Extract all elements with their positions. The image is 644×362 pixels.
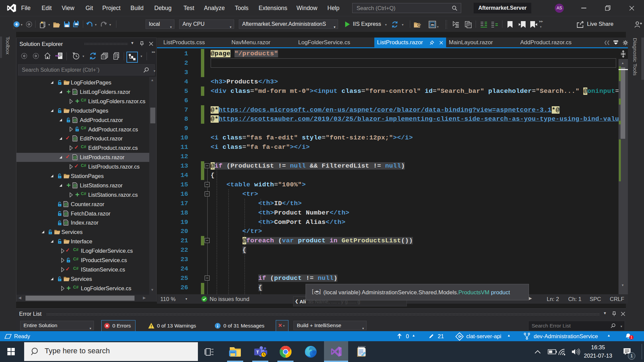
- svg-text:T: T: [256, 350, 259, 355]
- svg-text:@: @: [73, 136, 77, 140]
- svg-text:@: @: [73, 118, 77, 122]
- svg-text:@: @: [64, 221, 68, 225]
- svg-text:@: @: [73, 90, 77, 94]
- svg-text:@: @: [64, 212, 68, 216]
- svg-text:@: @: [64, 202, 68, 206]
- svg-text:@: @: [73, 183, 77, 187]
- svg-text:@: @: [73, 155, 77, 159]
